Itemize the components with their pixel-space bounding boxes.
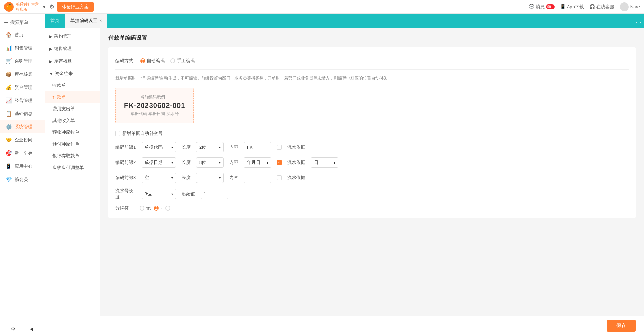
length3-select[interactable] (196, 173, 224, 183)
sidebar-item-purchase[interactable]: 🛒 采购管理 (0, 55, 45, 68)
sidebar-item-inventory[interactable]: 📦 库存核算 (0, 68, 45, 81)
sub-nav: ▶ 采购管理 ▶ 销售管理 ▶ 库存核算 (45, 28, 100, 335)
sidebar-item-guide[interactable]: 🎯 新手引导 (0, 147, 45, 160)
sub-nav-item-prepay-payable[interactable]: 预付冲应付单 (45, 138, 100, 150)
sub-nav-group-sales: ▶ 销售管理 (45, 43, 100, 55)
radio-manual[interactable]: 手工编码 (170, 58, 195, 64)
radio-auto-circle (140, 58, 145, 63)
brand-icon: 🍊 (4, 2, 14, 12)
service-icon: 🎧 (589, 4, 595, 9)
serial-length-label: 流水号长度 (115, 188, 136, 200)
stream1-checkbox[interactable] (277, 145, 282, 150)
tab-home[interactable]: 首页 (45, 14, 65, 28)
separator-row: 分隔符 无 · (115, 205, 629, 211)
stream3-checkbox[interactable] (277, 175, 282, 180)
prefix2-select[interactable]: 单据日期 (142, 157, 176, 168)
sub-nav-sales-title[interactable]: ▶ 销售管理 (45, 43, 100, 55)
inventory-arrow-icon: ▶ (49, 59, 52, 64)
length2-select[interactable]: 8位 (196, 157, 224, 168)
sub-nav-item-other-income[interactable]: 其他收入单 (45, 115, 100, 127)
search-icon: ☰ (4, 20, 8, 25)
collapse-icon[interactable]: ◀ (30, 326, 33, 332)
message-icon: 💬 (529, 4, 534, 9)
sub-nav-purchase-title[interactable]: ▶ 采购管理 (45, 30, 100, 42)
separator-dot[interactable]: · (154, 205, 162, 211)
operations-icon: 📈 (6, 97, 12, 104)
sidebar-item-member[interactable]: 💎 畅会员 (0, 173, 45, 186)
sub-nav-inventory-title[interactable]: ▶ 库存核算 (45, 55, 100, 67)
nav-arrow-button[interactable]: ▾ (41, 3, 47, 11)
brand: 🍊 畅通逍好生意 拓店版 (4, 2, 39, 12)
tab-maximize-icon[interactable]: ⛶ (636, 18, 641, 24)
sidebar-item-apps[interactable]: 📱 应用中心 (0, 160, 45, 173)
inventory-icon: 📦 (6, 71, 12, 77)
content2-select[interactable]: 年月日 (244, 157, 271, 168)
purchase-arrow-icon: ▶ (49, 34, 52, 39)
stream2-unit-select[interactable]: 日 (311, 157, 338, 168)
search-menu-button[interactable]: ☰ 搜索菜单 (0, 17, 45, 28)
auto-fill-checkbox[interactable] (115, 131, 120, 136)
sidebar-item-basic[interactable]: 📋 基础信息 (0, 107, 45, 120)
length3-chevron (219, 175, 221, 180)
sales-arrow-icon: ▶ (49, 46, 52, 52)
radio-manual-circle (170, 58, 175, 63)
prefix1-label: 编码前缀1 (115, 144, 136, 150)
trial-button[interactable]: 体验行业方案 (57, 2, 94, 12)
content2-label: 内容 (229, 159, 238, 166)
sub-nav-item-receipt[interactable]: 收款单 (45, 80, 100, 91)
finance-icon: 💰 (6, 84, 12, 91)
sidebar-item-system[interactable]: ⚙️ 系统管理 (0, 120, 45, 133)
separator-dot-circle (154, 206, 159, 211)
settings-bottom-icon[interactable]: ⚙ (11, 326, 15, 332)
main-content: 付款单编码设置 编码方式 自动编码 (100, 28, 644, 316)
sub-nav-item-payment[interactable]: 付款单 (45, 91, 100, 103)
separator-none-circle (140, 206, 144, 211)
prefix3-select[interactable]: 空 (142, 173, 176, 183)
serial-row: 流水号长度 3位 起始值 1 (115, 188, 629, 200)
content-area: 首页 单据编码设置 × — ⛶ ▶ 采购管理 (45, 14, 644, 335)
online-service-button[interactable]: 🎧 在线客服 (589, 4, 614, 10)
bottom-bar: 保存 (100, 316, 644, 335)
length1-label: 长度 (182, 144, 191, 150)
code-preview-label: 当前编码示例： (124, 94, 185, 100)
brand-text: 畅通逍好生意 拓店版 (16, 2, 39, 12)
sub-nav-item-prepay-receivable[interactable]: 预收冲应收单 (45, 127, 100, 138)
tab-encoding-settings[interactable]: 单据编码设置 × (65, 14, 107, 28)
user-avatar[interactable]: Nare (620, 2, 640, 11)
sub-nav-item-adjustment[interactable]: 应收应付调整单 (45, 162, 100, 174)
sub-nav-item-expense[interactable]: 费用支出单 (45, 103, 100, 115)
separator-none[interactable]: 无 (140, 205, 151, 211)
length2-label: 长度 (182, 159, 191, 166)
content1-label: 内容 (229, 144, 238, 150)
sidebar-item-home[interactable]: 🏠 首页 (0, 28, 45, 41)
tab-bar-actions: — ⛶ (627, 18, 644, 24)
length1-select[interactable]: 2位 (196, 142, 224, 152)
finance-arrow-icon: ▼ (49, 71, 54, 76)
stream2-unit-chevron (334, 160, 335, 165)
prefix-row-1: 编码前缀1 单据代码 长度 2位 内容 (115, 142, 629, 152)
basic-icon: 📋 (6, 111, 12, 117)
sidebar-item-sales[interactable]: 📊 销售管理 (0, 41, 45, 55)
sub-nav-item-bank[interactable]: 银行存取款单 (45, 150, 100, 162)
sidebar-item-finance[interactable]: 💰 资金管理 (0, 81, 45, 94)
avatar-image (620, 2, 629, 11)
prefix1-select[interactable]: 单据代码 (142, 142, 176, 152)
serial-length-select[interactable]: 3位 (142, 189, 176, 199)
settings-icon-button[interactable]: ⚙ (48, 2, 56, 11)
sidebar-item-enterprise[interactable]: 🤝 企业协同 (0, 133, 45, 147)
start-value-input[interactable]: 1 (201, 189, 228, 199)
app-download-button[interactable]: 📱 App下载 (560, 4, 584, 10)
message-button[interactable]: 💬 消息 99+ (529, 4, 555, 10)
content1-input[interactable]: FK (244, 142, 271, 152)
sidebar-item-operations[interactable]: 📈 经营管理 (0, 94, 45, 107)
content3-input[interactable] (244, 173, 271, 183)
separator-dash[interactable]: — (165, 205, 176, 211)
sub-nav-finance-title[interactable]: ▼ 资金往来 (45, 68, 100, 80)
stream2-checkbox[interactable]: ✓ (277, 160, 282, 165)
tab-close-icon[interactable]: × (99, 18, 102, 23)
save-button[interactable]: 保存 (607, 320, 636, 332)
tab-minimize-icon[interactable]: — (627, 18, 633, 24)
system-icon: ⚙️ (6, 124, 12, 130)
radio-auto[interactable]: 自动编码 (140, 58, 165, 64)
sales-icon: 📊 (6, 45, 12, 51)
